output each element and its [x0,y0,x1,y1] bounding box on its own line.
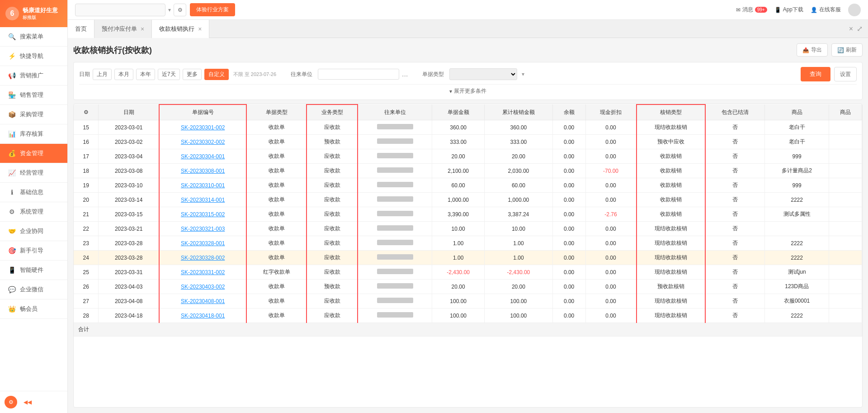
user-avatar[interactable] [848,4,861,16]
cell-balance-3: 0.00 [552,164,585,178]
table-scroll[interactable]: ⚙ 日期 单据编号 单据类型 业务类型 往来单位 单据金额 累计核销金额 余额 … [74,104,862,407]
cell-vertype-12: 现结收款核销 [637,294,705,309]
cell-goods2-0 [829,120,862,135]
col-goods1: 商品 [765,104,829,120]
date-filter-label: 日期 [79,71,90,78]
close-tab-icon[interactable]: × [849,25,853,33]
tab-1[interactable]: 预付冲应付单× [94,20,152,38]
partner-expand-icon[interactable]: ... [402,70,408,78]
table-row: 18 2023-03-08 SK-20230308-001 收款单 应收款 2,… [74,164,862,178]
nav-dropdown-icon[interactable]: ▾ [168,7,171,13]
docno-link-7[interactable]: SK-20230321-003 [181,226,225,232]
sidebar-item-采购管理[interactable]: 📦采购管理 [0,105,67,124]
docno-link-5[interactable]: SK-20230314-001 [181,197,225,203]
cell-docno-1: SK-20230302-002 [159,135,246,149]
sidebar-item-销售管理[interactable]: 🏪销售管理 [0,85,67,105]
gear-button[interactable]: ⚙ [174,4,186,16]
table-footer-total: 合计 [74,323,862,337]
date-7days-btn[interactable]: 近7天 [158,69,180,80]
nav-search-input[interactable] [75,4,165,16]
tab-close-1[interactable]: × [141,25,144,33]
cell-vertype-5: 收款核销 [637,193,705,207]
sidebar-item-新手引导[interactable]: 🎯新手引导 [0,241,67,261]
cell-goods1-3: 多计量商品2 [765,164,829,178]
cell-goods1-9: 2222 [765,251,829,265]
sidebar-item-快捷导航[interactable]: ⚡快捷导航 [0,47,67,66]
sidebar-label-4: 采购管理 [20,110,43,119]
docno-link-3[interactable]: SK-20230308-001 [181,168,225,174]
refresh-button[interactable]: 🔄 刷新 [831,43,863,57]
cell-doctype-4: 收款单 [246,178,307,193]
table-row: 20 2023-03-14 SK-20230314-001 收款单 应收款 1,… [74,193,862,207]
cell-goods1-10: 测试jun [765,265,829,280]
sidebar-item-基础信息[interactable]: ℹ基础信息 [0,183,67,202]
sidebar-item-企业微信[interactable]: 💬企业微信 [0,280,67,299]
date-this-year-btn[interactable]: 本年 [136,69,155,80]
cell-amount-11: 20.00 [432,280,485,294]
sidebar-item-搜索菜单[interactable]: 🔍搜索菜单 [0,27,67,47]
col-settings[interactable]: ⚙ [74,104,99,120]
docno-link-10[interactable]: SK-20230331-002 [181,269,225,275]
cell-discount-9: 0.00 [585,251,637,265]
fullscreen-icon[interactable]: ⤢ [857,24,863,33]
sidebar-collapse-icon[interactable]: ◀◀ [21,396,34,408]
docno-link-2[interactable]: SK-20230304-001 [181,153,225,160]
tab-0[interactable]: 首页 [68,20,94,38]
filter-expand-row[interactable]: ▾ 展开更多条件 [79,84,857,95]
docno-link-4[interactable]: SK-20230310-001 [181,182,225,189]
page-actions: 📤 导出 🔄 刷新 [797,43,863,57]
date-custom-btn[interactable]: 自定义 [204,69,229,80]
sidebar-item-经营管理[interactable]: 📈经营管理 [0,163,67,183]
table-row: 22 2023-03-21 SK-20230321-003 收款单 应收款 10… [74,222,862,236]
docno-link-13[interactable]: SK-20230418-001 [181,313,225,319]
online-service-button[interactable]: 👤 在线客服 [811,6,841,14]
cell-amount-12: 100.00 [432,294,485,309]
sidebar-item-系统管理[interactable]: ⚙系统管理 [0,202,67,222]
cell-goods1-1: 老白干 [765,135,829,149]
message-button[interactable]: ✉ 消息 99+ [736,6,767,14]
date-last-month-btn[interactable]: 上月 [93,69,112,80]
app-download-button[interactable]: 📱 App下载 [774,6,803,14]
date-this-month-btn[interactable]: 本月 [114,69,133,80]
cell-goods1-6: 测试多属性 [765,207,829,222]
docno-link-1[interactable]: SK-20230302-002 [181,139,225,145]
query-button[interactable]: 查询 [801,67,830,81]
cell-discount-7: 0.00 [585,222,637,236]
tab-2[interactable]: 收款核销执行× [152,20,209,38]
cell-no-3: 18 [74,164,99,178]
docno-link-0[interactable]: SK-20230301-002 [181,124,225,131]
filter-settings-button[interactable]: 设置 [834,67,857,81]
sidebar-item-企业协同[interactable]: 🤝企业协同 [0,222,67,241]
settings-icon[interactable]: ⚙ [5,396,17,408]
docno-link-6[interactable]: SK-20230315-002 [181,211,225,218]
col-balance: 余额 [552,104,585,120]
sidebar-item-资金管理[interactable]: 💰资金管理 [0,144,67,163]
sidebar-item-库存核算[interactable]: 📊库存核算 [0,124,67,144]
cell-goods2-2 [829,149,862,164]
page-title: 收款核销执行(按收款) [73,45,152,56]
docno-link-12[interactable]: SK-20230408-001 [181,298,225,304]
export-button[interactable]: 📤 导出 [797,43,828,57]
cell-balance-4: 0.00 [552,178,585,193]
docno-link-8[interactable]: SK-20230328-001 [181,240,225,247]
doctype-select[interactable] [449,68,517,80]
sidebar-item-畅会员[interactable]: 👑畅会员 [0,299,67,319]
cell-docno-11: SK-20230403-002 [159,280,246,294]
cell-discount-13: 0.00 [585,309,637,323]
doctype-dropdown-icon[interactable]: ▾ [522,71,524,77]
cell-vertype-4: 收款核销 [637,178,705,193]
date-more-btn[interactable]: 更多 [183,69,202,80]
sidebar-icon-4: 📦 [7,111,16,118]
docno-link-11[interactable]: SK-20230403-002 [181,284,225,290]
cell-doctype-8: 收款单 [246,236,307,251]
cell-docno-12: SK-20230408-001 [159,294,246,309]
sidebar-item-营销推广[interactable]: 📢营销推广 [0,66,67,85]
docno-link-9[interactable]: SK-20230328-002 [181,255,225,261]
industry-solution-button[interactable]: 体验行业方案 [190,3,235,16]
tabs-actions[interactable]: ×⤢ [849,24,868,33]
cell-biztype-9: 应收款 [307,251,358,265]
tab-close-2[interactable]: × [198,25,202,33]
sidebar-item-智能硬件[interactable]: 📱智能硬件 [0,261,67,280]
partner-input[interactable] [318,69,399,80]
sidebar-icon-12: 📱 [7,266,16,274]
